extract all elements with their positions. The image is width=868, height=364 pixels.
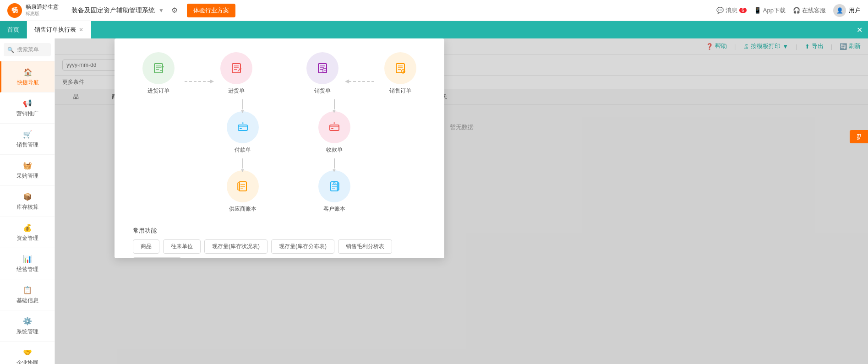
sidebar-item-finance[interactable]: 💰 资金管理 — [0, 217, 55, 248]
inventory-icon: 📦 — [22, 191, 33, 201]
sidebar-item-marketing[interactable]: 📢 营销推广 — [0, 92, 55, 124]
svg-text:¥: ¥ — [333, 121, 336, 125]
svg-text:¥: ¥ — [241, 121, 244, 125]
user-name: 用户 — [849, 6, 861, 15]
purchase-label: 进货单 — [228, 87, 245, 95]
supplier-ledger-label: 供应商账本 — [229, 205, 257, 213]
flow-node-receipt[interactable]: ¥ 收款单 — [307, 111, 362, 154]
cf-btn-product-margin[interactable]: 商品毛利分析 — [133, 257, 181, 258]
finance-icon: 💰 — [22, 223, 33, 233]
flow-node-payment[interactable]: ¥ 付款单 — [215, 111, 270, 154]
customer-ledger-icon — [318, 170, 350, 202]
sidebar-item-operations[interactable]: 📊 经营管理 — [0, 248, 55, 279]
content-area: ❓ 帮助 | 🖨 按模板打印 ▼ | ⬆ 导出 | 🔄 刷新 📅 — [55, 38, 868, 364]
right-deco-label: Ea — [856, 134, 862, 140]
sales-icon: 🛒 — [22, 129, 33, 139]
common-functions: 常用功能 商品 往来单位 现存量(库存状况表) 现存量(库存分布表) 销售毛利分… — [133, 227, 426, 258]
sidebar-item-purchase[interactable]: 🧺 采购管理 — [0, 155, 55, 186]
sales-icon — [306, 52, 338, 84]
payment-label: 付款单 — [235, 146, 251, 154]
cf-btn-stock-dist[interactable]: 现存量(库存分布表) — [271, 239, 334, 254]
sidebar-item-label: 经营管理 — [16, 266, 38, 273]
receipt-icon: ¥ — [318, 111, 350, 143]
sidebar-item-label: 资金管理 — [16, 234, 38, 242]
sidebar-item-label: 采购管理 — [16, 172, 38, 180]
flow-node-purchase[interactable]: 进货单 — [210, 52, 262, 95]
system-dropdown-icon[interactable]: ▼ — [158, 7, 164, 14]
purchase-order-icon — [142, 52, 175, 84]
sidebar: 🔍 搜索菜单 🏠 快捷导航 📢 营销推广 🛒 销售管理 🧺 采购管理 📦 库存核… — [0, 38, 55, 364]
svg-point-0 — [150, 60, 167, 77]
sidebar-item-label: 营销推广 — [16, 110, 38, 118]
sales-order-node-label: 销售订单 — [389, 87, 411, 95]
payment-icon: ¥ — [227, 111, 259, 143]
tab-bar: 首页 销售订单执行表 ✕ ✕ — [0, 21, 868, 38]
flow-node-supplier-ledger[interactable]: 供应商账本 — [215, 170, 270, 213]
supplier-ledger-icon — [227, 170, 259, 202]
right-decoration[interactable]: Ea — [850, 130, 868, 143]
cf-btn-products[interactable]: 商品 — [133, 239, 159, 254]
sales-order-icon — [384, 52, 416, 84]
sidebar-item-basic-info[interactable]: 📋 基础信息 — [0, 279, 55, 310]
cf-btn-stock-status[interactable]: 现存量(库存状况表) — [204, 239, 267, 254]
trial-button[interactable]: 体验行业方案 — [187, 4, 235, 17]
system-title: 装备及固定资产辅助管理系统 — [71, 6, 155, 15]
main-layout: 🔍 搜索菜单 🏠 快捷导航 📢 营销推广 🛒 销售管理 🧺 采购管理 📦 库存核… — [0, 38, 868, 364]
online-service-button[interactable]: 🎧 在线客服 — [793, 6, 826, 15]
sidebar-item-collaboration[interactable]: 🤝 企业协同 — [0, 342, 55, 364]
sidebar-search-area: 🔍 搜索菜单 — [0, 38, 55, 61]
message-button[interactable]: 💬 消息 6 — [716, 6, 747, 15]
system-title-area: 装备及固定资产辅助管理系统 ▼ ⚙ 体验行业方案 — [71, 4, 716, 17]
sidebar-item-system[interactable]: ⚙️ 系统管理 — [0, 310, 55, 342]
quick-guide-content: 进货订单 ▶ — [115, 38, 444, 258]
flow-node-sales[interactable]: 销货单 — [297, 52, 349, 95]
flow-node-purchase-order[interactable]: 进货订单 — [133, 52, 185, 95]
quick-nav-icon: 🏠 — [23, 67, 33, 77]
close-all-tabs-button[interactable]: ✕ — [851, 26, 868, 34]
sidebar-item-label: 基础信息 — [16, 297, 38, 304]
svg-point-10 — [240, 68, 241, 70]
logo-area: 畅 畅康通好生意 标惠版 — [7, 3, 62, 18]
app-download-button[interactable]: 📱 App下载 — [754, 6, 786, 15]
cf-btn-sales-margin[interactable]: 销售毛利分析表 — [338, 239, 392, 254]
home-tab-label: 首页 — [7, 26, 19, 34]
search-menu-button[interactable]: 🔍 搜索菜单 — [4, 43, 51, 56]
common-functions-title: 常用功能 — [133, 227, 426, 235]
logo-icon: 畅 — [7, 3, 22, 18]
flow-node-sales-order[interactable]: 销售订单 — [374, 52, 426, 95]
system-icon: ⚙️ — [22, 316, 33, 326]
tab-home[interactable]: 首页 — [0, 21, 27, 38]
avatar: 👤 — [833, 4, 846, 17]
purchase-order-label: 进货订单 — [147, 87, 169, 95]
basic-info-icon: 📋 — [22, 285, 33, 295]
sidebar-item-quick-nav[interactable]: 🏠 快捷导航 — [0, 61, 55, 92]
modal-overlay[interactable]: 进货订单 ▶ — [55, 38, 868, 364]
download-icon: 📱 — [754, 7, 761, 14]
purchase-icon: 🧺 — [22, 160, 33, 170]
common-function-buttons: 商品 往来单位 现存量(库存状况表) 现存量(库存分布表) 销售毛利分析表 商品… — [133, 239, 426, 258]
tab-close-icon[interactable]: ✕ — [79, 27, 83, 33]
flow-diagram: 进货订单 ▶ — [133, 52, 426, 217]
cf-btn-partners[interactable]: 往来单位 — [163, 239, 201, 254]
svg-point-11 — [314, 60, 331, 77]
header-right: 💬 消息 6 📱 App下载 🎧 在线客服 👤 用户 — [716, 4, 861, 17]
sidebar-item-sales[interactable]: 🛒 销售管理 — [0, 124, 55, 155]
message-badge: 6 — [739, 8, 747, 13]
search-icon: 🔍 — [7, 47, 14, 53]
service-icon: 🎧 — [793, 7, 800, 14]
settings-icon[interactable]: ⚙ — [171, 6, 178, 15]
sales-label: 销货单 — [314, 87, 331, 95]
user-info[interactable]: 👤 用户 — [833, 4, 861, 17]
sales-order-tab-label: 销售订单执行表 — [34, 26, 76, 34]
flow-node-customer-ledger[interactable]: 客户账本 — [307, 170, 362, 213]
sidebar-item-label: 销售管理 — [16, 141, 38, 149]
sidebar-item-inventory[interactable]: 📦 库存核算 — [0, 186, 55, 217]
tab-sales-order[interactable]: 销售订单执行表 ✕ — [27, 21, 91, 38]
sidebar-item-label: 企业协同 — [16, 359, 38, 364]
quick-guide-modal: 进货订单 ▶ — [115, 38, 444, 258]
svg-point-5 — [228, 60, 245, 77]
sidebar-item-label: 库存核算 — [16, 203, 38, 211]
sidebar-item-label: 系统管理 — [16, 328, 38, 336]
logo-text: 畅康通好生意 标惠版 — [26, 4, 59, 17]
top-header: 畅 畅康通好生意 标惠版 装备及固定资产辅助管理系统 ▼ ⚙ 体验行业方案 💬 … — [0, 0, 868, 21]
